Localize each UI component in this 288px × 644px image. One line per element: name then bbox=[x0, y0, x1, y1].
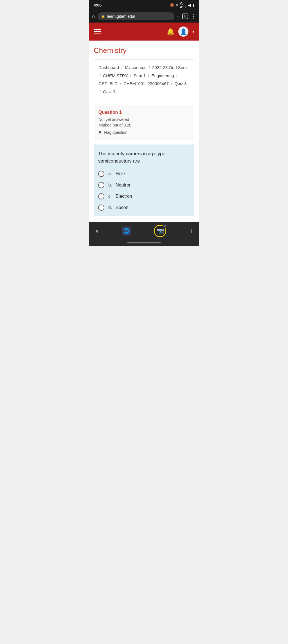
signal-icon: ◀ bbox=[188, 3, 191, 7]
question-panel: Question 1 Not yet answered Marked out o… bbox=[94, 105, 194, 139]
option-c-label: c. Electron bbox=[108, 194, 132, 199]
question-number: 1 bbox=[119, 110, 122, 115]
option-a-text: Hole bbox=[116, 171, 125, 176]
question-label: Question 1 bbox=[98, 110, 190, 115]
radio-c[interactable] bbox=[98, 193, 104, 199]
option-a-letter: a. bbox=[108, 171, 113, 176]
close-badge[interactable]: ✕ bbox=[163, 224, 167, 228]
option-b-letter: b. bbox=[108, 183, 113, 188]
hamburger-line-2 bbox=[94, 31, 101, 32]
home-bar bbox=[127, 242, 161, 243]
option-d-text: Boson bbox=[116, 205, 128, 210]
browser-actions: + 8 ⋮ bbox=[177, 13, 196, 19]
bc-mycourses[interactable]: My courses bbox=[125, 65, 147, 70]
options-list: a. Hole b. Neutron c. Electron bbox=[98, 171, 190, 211]
browser-tab-thumb: 🌐 bbox=[123, 228, 130, 234]
url-text: learn.gitam.edu/ bbox=[107, 14, 135, 19]
user-avatar[interactable]: 👤 bbox=[178, 26, 188, 37]
flag-icon: ⚑ bbox=[98, 130, 102, 135]
option-d-letter: d. bbox=[108, 205, 113, 210]
bc-dashboard[interactable]: Dashboard bbox=[98, 65, 119, 70]
bc-course-id[interactable]: CHEM1001_220006467 bbox=[123, 81, 169, 86]
radio-b[interactable] bbox=[98, 182, 104, 188]
avatar-icon: 👤 bbox=[180, 28, 187, 35]
radio-d[interactable] bbox=[98, 205, 104, 211]
option-b[interactable]: b. Neutron bbox=[98, 182, 190, 188]
page-content: Chemistry Dashboard / My courses / 2022-… bbox=[89, 41, 199, 222]
hamburger-line-3 bbox=[94, 34, 101, 34]
more-options-icon[interactable]: ⋮ bbox=[191, 13, 196, 19]
option-b-text: Neutron bbox=[116, 183, 132, 188]
status-icons: 🔕 ▾ VoWiFi ◀ ▮ bbox=[170, 2, 194, 8]
add-tab-button[interactable]: + bbox=[189, 227, 193, 235]
option-d-label: d. Boson bbox=[108, 205, 128, 210]
flag-label: Flag question bbox=[104, 130, 127, 135]
bc-sem1[interactable]: Sem 1 bbox=[134, 73, 146, 78]
wifi-icon: ▾ bbox=[176, 3, 178, 7]
flag-question-button[interactable]: ⚑ Flag question bbox=[98, 130, 190, 135]
question-word: Question bbox=[98, 110, 118, 115]
tab-count[interactable]: 8 bbox=[182, 14, 188, 19]
question-text: The majority carriers in a p-type semico… bbox=[98, 150, 190, 165]
option-b-label: b. Neutron bbox=[108, 183, 132, 188]
option-c[interactable]: c. Electron bbox=[98, 193, 190, 199]
bc-quiz3-1[interactable]: Quiz 3 bbox=[174, 81, 186, 86]
bc-gstblr[interactable]: GST_BLR bbox=[98, 81, 118, 86]
battery-icon: ▮ bbox=[192, 3, 194, 7]
radio-a[interactable] bbox=[98, 171, 104, 177]
silent-icon: 🔕 bbox=[170, 3, 174, 7]
bottom-nav: ∧ 🌐 ✕ 📷 + bbox=[89, 222, 199, 240]
time-display: 4:06 bbox=[94, 3, 102, 7]
page-title: Chemistry bbox=[94, 46, 194, 55]
browser-bar: ⌂ 🔒 learn.gitam.edu/ + 8 ⋮ bbox=[89, 10, 199, 23]
chevron-down-icon[interactable]: ▾ bbox=[192, 29, 194, 34]
question-status: Not yet answered bbox=[98, 117, 190, 122]
breadcrumb: Dashboard / My courses / 2022-23 Odd Sem… bbox=[94, 59, 194, 100]
bc-quiz3-2[interactable]: Quiz 3 bbox=[103, 89, 115, 94]
url-bar[interactable]: 🔒 learn.gitam.edu/ bbox=[98, 12, 174, 20]
browser-tab-icon[interactable]: 🌐 bbox=[122, 226, 131, 236]
option-a-label: a. Hole bbox=[108, 171, 125, 176]
status-bar: 4:06 🔕 ▾ VoWiFi ◀ ▮ bbox=[89, 0, 199, 10]
hamburger-line-1 bbox=[94, 29, 101, 30]
browser-home-icon[interactable]: ⌂ bbox=[92, 13, 95, 20]
app-icon[interactable]: ✕ 📷 bbox=[154, 225, 166, 237]
add-tab-icon[interactable]: + bbox=[177, 14, 180, 19]
question-mark: Marked out of 0.20 bbox=[98, 123, 190, 127]
lock-icon: 🔒 bbox=[101, 14, 105, 18]
option-c-text: Electron bbox=[116, 194, 132, 199]
question-content-area: The majority carriers in a p-type semico… bbox=[94, 145, 194, 216]
option-a[interactable]: a. Hole bbox=[98, 171, 190, 177]
notification-bell-icon[interactable]: 🔔 bbox=[167, 28, 174, 35]
bc-engineering[interactable]: Engineering bbox=[152, 73, 174, 78]
home-indicator bbox=[89, 240, 199, 246]
vowifi-icon: VoWiFi bbox=[180, 2, 186, 8]
bc-semester[interactable]: 2022-23 Odd Sem bbox=[152, 65, 187, 70]
app-icon-glyph: 📷 bbox=[156, 227, 164, 235]
scroll-up-button[interactable]: ∧ bbox=[95, 228, 99, 234]
hamburger-menu[interactable] bbox=[94, 29, 101, 34]
option-c-letter: c. bbox=[108, 194, 113, 199]
option-d[interactable]: d. Boson bbox=[98, 205, 190, 211]
bc-chemistry[interactable]: CHEMISTRY bbox=[103, 73, 128, 78]
header-right: 🔔 👤 ▾ bbox=[167, 26, 194, 37]
app-header: 🔔 👤 ▾ bbox=[89, 23, 199, 41]
